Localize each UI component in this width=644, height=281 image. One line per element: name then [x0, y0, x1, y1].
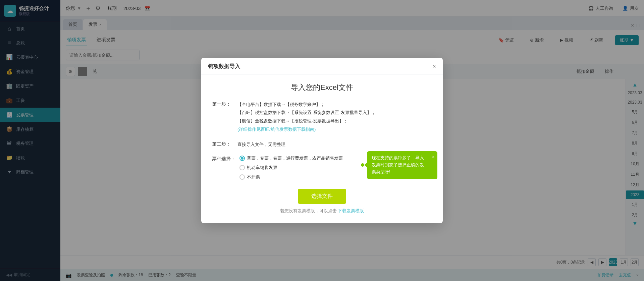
step1-label: 第一步： [212, 101, 233, 107]
tooltip-arrow [364, 163, 367, 167]
step2-label: 第二步： [212, 140, 233, 147]
step1-line1: 【全电平台】数据下载→【税务数字账户】； [237, 101, 376, 109]
tooltip-close-btn[interactable]: × [432, 153, 435, 161]
ticket-select-header: 票种选择： 普票，专票，卷票，通行费发票，农产品销售发票 机动车销售发票 [212, 155, 432, 183]
radio-none-label: 不开票 [247, 174, 260, 180]
step1-guide-link[interactable]: (详细操作见百旺/航信发票数据下载指南) [237, 127, 316, 132]
ticket-select-label: 票种选择： [212, 155, 235, 162]
tooltip-bubble: 现在支持的票种多了，导入发票时别忘了选择正确的发票类型呀! × [367, 151, 437, 179]
download-template-link[interactable]: 下载发票模版 [338, 208, 364, 213]
modal-body: 导入您的Excel文件 第一步： 【全电平台】数据下载→【税务数字账户】； 【百… [201, 74, 443, 223]
radio-options: 普票，专票，卷票，通行费发票，农产品销售发票 机动车销售发票 现在支持的票种多了… [239, 155, 343, 183]
radio-general-label: 普票，专票，卷票，通行费发票，农产品销售发票 [247, 155, 343, 161]
select-file-btn[interactable]: 选择文件 [298, 189, 346, 204]
radio-motor[interactable]: 机动车销售发票 现在支持的票种多了，导入发票时别忘了选择正确的发票类型呀! × [239, 165, 343, 171]
step1-line3: 【航信】金税盘数据下载→【报税管理-发票数据导出】； [237, 117, 376, 125]
modal-footer: 若您没有发票模版，可以点击 下载发票模版 [212, 208, 432, 214]
radio-motor-circle[interactable] [239, 165, 245, 170]
radio-general-circle[interactable] [239, 156, 245, 161]
step2-content: 直接导入文件，无需整理 [237, 140, 285, 149]
step1-row: 第一步： 【全电平台】数据下载→【税务数字账户】； 【百旺】税控盘数据下载→【系… [212, 101, 432, 134]
step1-content: 【全电平台】数据下载→【税务数字账户】； 【百旺】税控盘数据下载→【系统设置-系… [237, 101, 376, 134]
step2-row: 第二步： 直接导入文件，无需整理 [212, 140, 432, 149]
step1-line2: 【百旺】税控盘数据下载→【系统设置-系统参数设置-发票批量导入】； [237, 109, 376, 117]
modal-close-btn[interactable]: × [432, 63, 436, 70]
ticket-select-section: 票种选择： 普票，专票，卷票，通行费发票，农产品销售发票 机动车销售发票 [212, 155, 432, 183]
radio-none[interactable]: 不开票 [239, 174, 343, 180]
modal-title: 销项数据导入 [208, 63, 240, 70]
select-file-section: 选择文件 [212, 189, 432, 204]
footer-text: 若您没有发票模版，可以点击 [280, 208, 337, 213]
tooltip-container: 现在支持的票种多了，导入发票时别忘了选择正确的发票类型呀! × [367, 151, 437, 179]
tooltip-text: 现在支持的票种多了，导入发票时别忘了选择正确的发票类型呀! [372, 155, 424, 174]
modal-header: 销项数据导入 × [201, 58, 443, 74]
import-modal: 销项数据导入 × 导入您的Excel文件 第一步： 【全电平台】数据下载→【税务… [201, 58, 443, 223]
radio-none-circle[interactable] [239, 174, 245, 180]
modal-main-title: 导入您的Excel文件 [212, 82, 432, 93]
radio-general[interactable]: 普票，专票，卷票，通行费发票，农产品销售发票 [239, 155, 343, 161]
radio-motor-label: 机动车销售发票 [247, 165, 277, 171]
modal-overlay: 销项数据导入 × 导入您的Excel文件 第一步： 【全电平台】数据下载→【税务… [0, 0, 644, 281]
